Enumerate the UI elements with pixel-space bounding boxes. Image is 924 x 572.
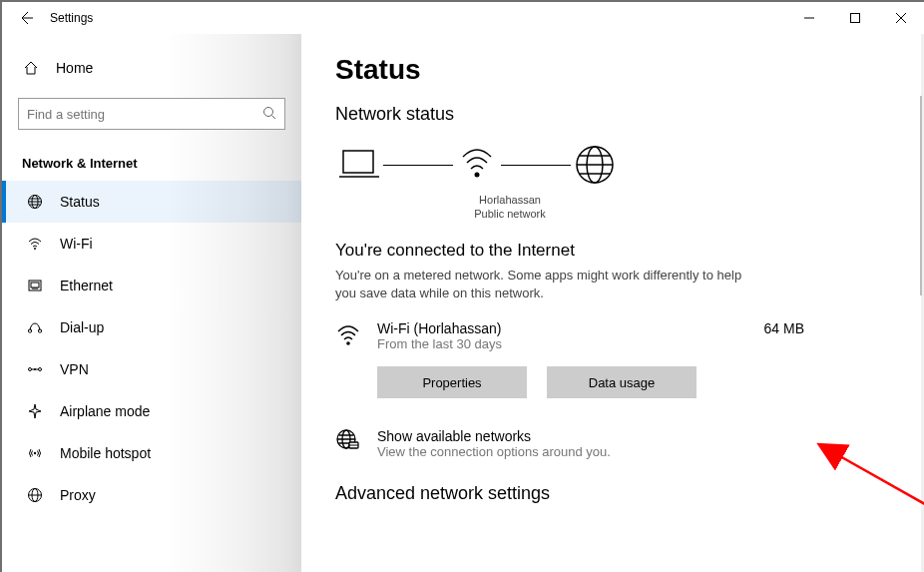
svg-rect-8: [39, 329, 42, 332]
vpn-icon: [26, 361, 44, 377]
connected-heading: You're connected to the Internet: [335, 241, 904, 261]
sidebar-item-label: Dial-up: [60, 319, 104, 335]
sidebar-item-airplane[interactable]: Airplane mode: [2, 390, 301, 432]
page-title: Status: [335, 54, 904, 86]
svg-point-10: [39, 368, 42, 371]
back-button[interactable]: [2, 2, 50, 34]
ssid-label: Horlahassan: [455, 193, 565, 207]
sidebar-item-label: Wi-Fi: [60, 236, 93, 252]
title-bar: Settings: [2, 2, 924, 34]
connection-period: From the last 30 days: [377, 336, 750, 351]
svg-rect-7: [29, 329, 32, 332]
wifi-router-icon: [453, 147, 501, 183]
window-title: Settings: [50, 11, 93, 25]
connection-row: Wi-Fi (Horlahassan) From the last 30 day…: [335, 320, 904, 352]
svg-point-4: [34, 248, 36, 250]
proxy-icon: [26, 487, 44, 503]
svg-point-1: [264, 107, 273, 116]
svg-point-11: [34, 368, 36, 370]
diagram-labels: Horlahassan Public network: [455, 193, 565, 221]
svg-rect-6: [31, 283, 39, 287]
svg-point-19: [346, 341, 350, 345]
available-sub: View the connection options around you.: [377, 444, 611, 459]
globe-icon: [26, 194, 44, 210]
svg-point-9: [29, 368, 32, 371]
data-usage-button[interactable]: Data usage: [547, 366, 696, 398]
metered-text: You're on a metered network. Some apps m…: [335, 267, 754, 302]
connection-usage: 64 MB: [764, 320, 904, 336]
sidebar-item-proxy[interactable]: Proxy: [2, 474, 301, 516]
connection-name: Wi-Fi (Horlahassan): [377, 320, 750, 336]
search-icon: [262, 106, 276, 123]
close-button[interactable]: [878, 2, 924, 34]
network-diagram: [335, 143, 904, 187]
connector-line: [501, 165, 571, 166]
net-type-label: Public network: [455, 207, 565, 221]
show-available-networks[interactable]: Show available networks View the connect…: [335, 428, 904, 459]
wifi-icon: [335, 320, 363, 352]
ethernet-icon: [26, 278, 44, 293]
search-box[interactable]: [18, 98, 285, 130]
wifi-icon: [26, 236, 44, 252]
globe-large-icon: [571, 143, 619, 187]
properties-button[interactable]: Properties: [377, 366, 527, 398]
home-button[interactable]: Home: [2, 48, 301, 88]
available-title: Show available networks: [377, 428, 611, 444]
svg-rect-15: [343, 151, 373, 173]
dialup-icon: [26, 319, 44, 335]
sidebar-item-label: Mobile hotspot: [60, 445, 151, 461]
airplane-icon: [26, 403, 44, 419]
content-pane: Status Network status Horlahassan Public…: [301, 34, 924, 572]
sidebar-item-label: VPN: [60, 361, 89, 377]
status-subtitle: Network status: [335, 104, 904, 125]
sidebar-item-hotspot[interactable]: Mobile hotspot: [2, 432, 301, 474]
sidebar-item-status[interactable]: Status: [2, 181, 301, 223]
sidebar-item-label: Status: [60, 194, 100, 210]
sidebar: Home Network & Internet Status Wi-Fi E: [2, 34, 301, 572]
globe-icon: [335, 428, 363, 456]
svg-point-12: [34, 452, 36, 454]
laptop-icon: [335, 147, 383, 183]
sidebar-item-ethernet[interactable]: Ethernet: [2, 265, 301, 306]
minimize-button[interactable]: [786, 2, 832, 34]
svg-point-16: [475, 173, 480, 178]
advanced-settings-heading: Advanced network settings: [335, 483, 904, 504]
scrollbar-thumb[interactable]: [920, 96, 922, 295]
connector-line: [383, 165, 453, 166]
home-icon: [22, 60, 40, 76]
window-controls: [786, 2, 924, 34]
hotspot-icon: [26, 445, 44, 461]
home-label: Home: [56, 60, 93, 76]
search-input[interactable]: [27, 107, 262, 122]
sidebar-item-label: Airplane mode: [60, 403, 150, 419]
sidebar-item-label: Proxy: [60, 487, 96, 503]
sidebar-item-label: Ethernet: [60, 278, 113, 293]
svg-rect-0: [851, 14, 860, 23]
sidebar-item-vpn[interactable]: VPN: [2, 348, 301, 390]
sidebar-item-dialup[interactable]: Dial-up: [2, 306, 301, 348]
maximize-button[interactable]: [832, 2, 878, 34]
sidebar-item-wifi[interactable]: Wi-Fi: [2, 223, 301, 265]
section-header: Network & Internet: [2, 130, 301, 175]
